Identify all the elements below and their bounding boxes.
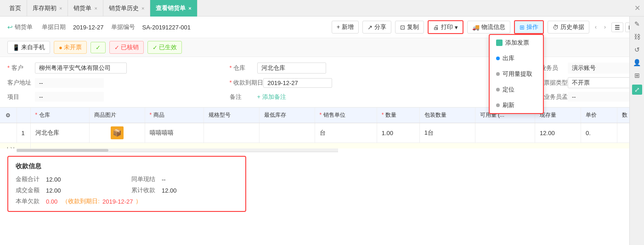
add-invoice-item[interactable]: 添加发票 xyxy=(490,35,543,51)
customer-value[interactable]: 柳州粤港平安气体有限公司 xyxy=(35,63,127,74)
product-image: 📦 xyxy=(111,126,124,139)
operation-icon: ⊞ xyxy=(520,24,525,31)
tab-sales-order-close[interactable]: × xyxy=(94,6,97,11)
tab-inventory-close[interactable]: × xyxy=(59,6,62,11)
effect-badge[interactable]: ✓ 已生效 xyxy=(147,41,182,54)
tab-inventory[interactable]: 库存期初 × xyxy=(27,0,68,17)
tab-view-sales-close[interactable]: × xyxy=(188,6,191,11)
operation-button[interactable]: ⊞ 操作 xyxy=(514,20,544,34)
table-body: 1 河北仓库 📦 嘻嘻嘻嘻 台 1.00 1台 12.00 0. xyxy=(0,123,644,149)
share-button[interactable]: ↗ 分享 xyxy=(362,21,391,34)
add-invoice-icon xyxy=(496,40,503,46)
row-unit: 台 xyxy=(315,123,377,143)
tab-home[interactable]: 首页 xyxy=(4,0,27,17)
invoice-type-label: 票据类型 xyxy=(540,79,568,87)
list-view-button[interactable]: ☰ xyxy=(611,23,623,32)
print-icon: 🖨 xyxy=(433,24,439,31)
invoice-type-value[interactable]: 不开票 xyxy=(568,77,637,88)
tab-sales-history-close[interactable]: × xyxy=(141,6,144,11)
payment-info-box: 收款信息 金额合计 12.00 同单现结 -- 成交金额 12.00 累计收款 … xyxy=(7,156,246,212)
note-field: 备注 + 添加备注 xyxy=(230,93,415,101)
link-sidebar-icon[interactable]: ⛓ xyxy=(634,33,640,40)
warehouse-field: 仓库 河北仓库 xyxy=(230,63,415,74)
col-qty: 数量 xyxy=(377,108,419,123)
global-close-button[interactable]: ✕ xyxy=(634,4,640,12)
cumulative-payment-value: 12.00 xyxy=(162,187,177,194)
tab-sales-history[interactable]: 销货单历史 × xyxy=(103,0,150,17)
share-icon: ↗ xyxy=(367,24,373,31)
col-min-stock: 最低库存 xyxy=(259,108,315,123)
person-sidebar-icon[interactable]: 👤 xyxy=(633,59,641,66)
refresh-icon xyxy=(496,103,500,107)
address-label: 客户地址 xyxy=(7,79,35,87)
row-min-stock xyxy=(259,123,315,143)
staff-label: 业务员 xyxy=(540,64,568,72)
nav-prev-button[interactable]: ‹ xyxy=(593,23,599,31)
due-date-value[interactable]: 2019-12-27 xyxy=(263,78,332,88)
order-debt-note: （收款到期日: xyxy=(62,197,100,205)
col-warehouse: 仓库 xyxy=(30,108,89,123)
col-price: 单价 xyxy=(581,108,617,123)
edit-sidebar-icon[interactable]: ✎ xyxy=(634,20,640,28)
sales-rep-value: -- xyxy=(568,92,637,102)
tab-sales-order[interactable]: 销货单 × xyxy=(68,0,103,17)
outbound-icon xyxy=(496,57,500,60)
add-note-button[interactable]: + 添加备注 xyxy=(257,93,286,101)
deal-amount-item: 成交金额 12.00 xyxy=(16,186,122,194)
outbound-item[interactable]: 出库 xyxy=(490,51,543,66)
row-available xyxy=(475,123,535,143)
locate-icon xyxy=(496,88,500,91)
customer-field: 客户 柳州粤港平安气体有限公司 xyxy=(7,63,230,74)
same-order-settle-item: 同单现结 -- xyxy=(131,175,238,183)
operation-dropdown: ⊞ 操作 添加发票 出库 xyxy=(514,20,544,34)
col-image: 商品图片 xyxy=(89,108,145,123)
tab-view-sales[interactable]: 查看销货单 × xyxy=(150,0,197,17)
date-label: 单据日期 xyxy=(42,23,66,31)
payment-title: 收款信息 xyxy=(16,162,238,171)
sold-badge[interactable]: ✓ 已核销 xyxy=(109,41,144,54)
available-qty-item[interactable]: 可用量提取 xyxy=(490,66,543,82)
row-product: 嘻嘻嘻嘻 xyxy=(145,123,203,143)
history-button[interactable]: ⏱ 历史单据 xyxy=(548,21,589,34)
print-button[interactable]: 🖨 打印 ▾ xyxy=(428,20,463,34)
subtotal-label: 小计 xyxy=(0,143,30,149)
same-order-settle-value: -- xyxy=(162,176,166,183)
number-label: 单据编号 xyxy=(111,23,135,31)
cumulative-payment-item: 累计收款 12.00 xyxy=(131,186,238,194)
payment-total-value: 12.00 xyxy=(46,176,61,183)
phone-icon: 📱 xyxy=(12,44,20,51)
doc-type-icon: ↩ xyxy=(7,23,13,31)
warehouse-value[interactable]: 河北仓库 xyxy=(257,63,326,74)
available-qty-icon xyxy=(496,72,500,76)
order-debt-note-end: ） xyxy=(136,197,141,205)
refresh-item[interactable]: 刷新 xyxy=(490,97,543,113)
locate-item[interactable]: 定位 xyxy=(490,82,543,97)
address-field: 客户地址 -- xyxy=(7,78,230,88)
expand-sidebar-icon[interactable]: ⤢ xyxy=(632,85,642,95)
horizontal-scrollbar[interactable] xyxy=(17,148,338,152)
order-debt-label: 本单欠款 xyxy=(16,197,43,205)
staff-value: 演示账号 xyxy=(568,63,637,74)
new-button[interactable]: + 新增 xyxy=(332,21,359,34)
payment-grid: 金额合计 12.00 同单现结 -- 成交金额 12.00 累计收款 12.00… xyxy=(16,175,238,205)
confirm-button[interactable]: ✓ xyxy=(90,42,106,53)
payment-total-item: 金额合计 12.00 xyxy=(16,175,122,183)
row-price: 0. xyxy=(581,123,617,143)
col-gear[interactable]: ⚙ xyxy=(0,108,17,123)
copy-button[interactable]: ⊡ 复制 xyxy=(395,21,424,34)
from-phone-button[interactable]: 📱 来自手机 xyxy=(7,41,50,54)
table-sidebar-icon[interactable]: ⊞ xyxy=(634,72,640,79)
confirm-icon: ✓ xyxy=(96,44,101,51)
scrollbar-thumb xyxy=(17,149,108,152)
logistics-button[interactable]: 🚚 物流信息 xyxy=(467,21,510,34)
nav-next-button[interactable]: › xyxy=(602,23,608,31)
doc-type: ↩ 销货单 xyxy=(7,23,33,31)
row-gear[interactable] xyxy=(0,123,17,143)
subtotal-row: 小计 xyxy=(0,143,644,149)
rotate-sidebar-icon[interactable]: ↺ xyxy=(634,46,640,53)
not-open-button[interactable]: ● 未开票 xyxy=(54,41,87,54)
order-debt-item: 本单欠款 0.00 （收款到期日: 2019-12-27） xyxy=(16,197,238,205)
sold-icon: ✓ xyxy=(114,44,119,51)
history-icon: ⏱ xyxy=(553,24,559,31)
row-qty: 1.00 xyxy=(377,123,419,143)
